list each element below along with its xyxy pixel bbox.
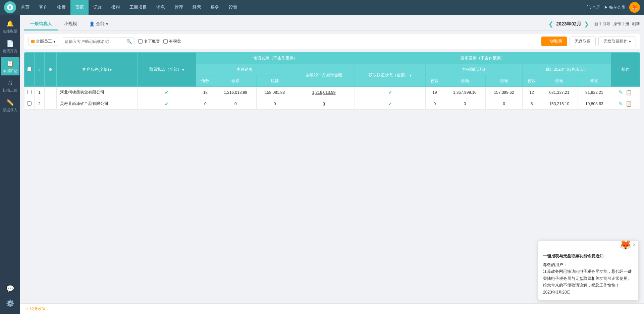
row-shares-0: 18: [196, 87, 215, 98]
sidebar-label-ticket-entry: 票据录入: [3, 108, 17, 113]
search-input[interactable]: [65, 39, 125, 44]
th-action: 操作: [611, 53, 640, 87]
chat-icon[interactable]: 💬: [3, 282, 17, 295]
row-tax2-1: 0: [486, 98, 522, 110]
period-label: 2023年02月: [556, 21, 581, 27]
chevron-down-icon[interactable]: ▾: [106, 21, 108, 26]
sub-account-checkbox[interactable]: [138, 39, 143, 44]
nav-message[interactable]: 消息: [152, 0, 170, 15]
invoice-open-icon: 📄: [6, 40, 14, 47]
avatar[interactable]: 🦊: [629, 2, 640, 13]
nav-tickets[interactable]: 票据: [70, 0, 89, 15]
sidebar-label-smart-ticket: 智能取票: [3, 29, 17, 34]
select-all-checkbox[interactable]: [27, 67, 32, 71]
employee-select[interactable]: 全部员工 ▾: [28, 37, 58, 46]
row-shares2-0: 19: [425, 87, 444, 98]
table-body: 1 河北柯橡柴实业有限公司 ✔ 18 1,216,013.99 158,081.…: [24, 87, 640, 110]
th-monthly-sales: 本月销项: [196, 64, 293, 75]
filter-icon-cert[interactable]: ▾: [410, 73, 412, 78]
th-checkbox: [24, 53, 35, 87]
edit-icon-0[interactable]: ✎: [619, 89, 623, 95]
employee-chevron-icon: ▾: [53, 39, 55, 44]
orange-dot-icon: [31, 40, 35, 43]
tax-policy-link[interactable]: ⊙ 税务政策: [25, 306, 46, 312]
table-row: 1 河北柯橡柴实业有限公司 ✔ 18 1,216,013.99 158,081.…: [24, 87, 640, 98]
new-guide-btn[interactable]: 新手引导: [594, 21, 610, 27]
dropdown-chevron-icon: ▾: [629, 39, 631, 44]
ticket-status-icon-1: ✔: [165, 101, 169, 107]
row-settings-1: [45, 98, 57, 110]
checkbox-tax-disk[interactable]: 有税盘: [163, 39, 181, 44]
one-click-ticket-btn[interactable]: 一键取票: [541, 37, 567, 46]
tab-general-taxpayer[interactable]: 一般纳税人: [24, 18, 58, 30]
sidebar-item-ticket-entry[interactable]: ✏️ 票据录入: [1, 96, 19, 115]
tax-disk-label: 有税盘: [169, 39, 181, 44]
th-settings: ⚙: [45, 53, 57, 87]
tab-actions: 新手引导 操作手册 刷新: [594, 21, 640, 27]
nav-manage[interactable]: 管理: [170, 0, 188, 15]
no-disk-ticket-btn[interactable]: 无盘取票: [570, 37, 596, 46]
top-nav-right: ⛶ 全屏 ▶ 畅享会员 🦊: [587, 2, 640, 13]
nav-business[interactable]: 工商项目: [125, 0, 152, 15]
no-disk-operate-btn[interactable]: 无盘取票操作 ▾: [598, 37, 636, 46]
filter-icon-customer[interactable]: ▾: [110, 67, 112, 72]
ticket-status-icon-0: ✔: [165, 90, 169, 95]
nav-fees[interactable]: 收费: [52, 0, 70, 15]
th-tax3: 税额: [578, 75, 611, 87]
edit-icon-1[interactable]: ✎: [619, 101, 623, 107]
all-in-one-icon: 👤: [89, 21, 95, 26]
search-icon[interactable]: 🔍: [126, 39, 132, 44]
cumulative-link-0[interactable]: 1,216,013.99: [312, 90, 335, 95]
refresh-btn[interactable]: 刷新: [632, 21, 640, 27]
row-checkbox-1[interactable]: [24, 98, 35, 110]
tabs-bar: 一般纳税人 小规模 👤 全能 ▾ ❮ 2023年02月 ❯ 新手引导 操作手册 …: [24, 18, 640, 30]
notif-body: 一键报税与无盘取票功能恢复通知 尊敬的用户： 江苏政务网已恢访问电子税务局功能，…: [538, 250, 638, 300]
tax-disk-checkbox[interactable]: [163, 39, 168, 44]
nav-customer[interactable]: 客户: [34, 0, 52, 15]
row-customer-1: 灵寿县尚泽矿产品有限公司: [56, 98, 137, 110]
th-sales-group: 销项发票（不含作废票）: [196, 53, 355, 64]
row-checkbox-0[interactable]: [24, 87, 35, 98]
nav-operation[interactable]: 经营: [188, 0, 206, 15]
nav-accounting[interactable]: 记账: [89, 0, 107, 15]
th-uncertified: 截止2023年03月未认证: [522, 64, 611, 75]
row-amount2-0: 1,357,999.10: [444, 87, 486, 98]
sidebar-item-smart-ticket[interactable]: 🔔 智能取票: [1, 17, 19, 36]
row-num-0: 1: [35, 87, 45, 98]
prev-period-btn[interactable]: ❮: [548, 20, 553, 28]
row-amount2-1: 0: [444, 98, 486, 110]
sidebar-label-invoice-open: 发票开具: [3, 49, 17, 54]
filter-icon-status[interactable]: ▾: [182, 67, 184, 72]
sidebar-item-ticket-summary[interactable]: 📋 票据汇总: [1, 57, 19, 75]
cumulative-link-1[interactable]: 0: [323, 102, 325, 106]
row-settings-0: [45, 87, 57, 98]
nav-tax[interactable]: 报税: [107, 0, 125, 15]
next-period-btn[interactable]: ❯: [584, 20, 589, 28]
th-cumulative: 连续12个月累计金额: [293, 64, 355, 87]
tab-small-scale[interactable]: 小规模: [58, 18, 83, 30]
th-purchase-group: 进项发票（不含作废票）: [355, 53, 611, 64]
nav-home[interactable]: 首页: [16, 0, 34, 15]
row-cert-status-1: ✔: [355, 98, 425, 110]
notif-mascot: 🦊: [619, 240, 632, 250]
nav-service[interactable]: 服务: [206, 0, 224, 15]
smart-ticket-icon: 🔔: [6, 20, 14, 27]
manual-btn[interactable]: 操作手册: [613, 21, 629, 27]
employee-label: 全部员工: [36, 39, 52, 44]
copy-icon-1[interactable]: 📋: [626, 101, 632, 107]
checkbox-sub-account[interactable]: 名下账套: [138, 39, 160, 44]
th-shares: 份数: [196, 75, 215, 87]
vip-btn[interactable]: ▶ 畅享会员: [604, 5, 625, 10]
notif-close-btn[interactable]: ×: [633, 242, 636, 247]
sidebar-item-scan-upload[interactable]: 🖨 扫描上传: [1, 77, 19, 95]
tab-all-in-one[interactable]: 👤 全能 ▾: [83, 18, 114, 30]
logo[interactable]: [4, 1, 16, 13]
fullscreen-btn[interactable]: ⛶ 全屏: [587, 5, 600, 10]
row-amount-1: 0: [215, 98, 256, 110]
settings-icon[interactable]: ⚙️: [3, 297, 17, 310]
sidebar-item-invoice-open[interactable]: 📄 发票开具: [1, 37, 19, 56]
row-shares-1: 0: [196, 98, 215, 110]
copy-icon-0[interactable]: 📋: [626, 89, 632, 95]
row-customer-0: 河北柯橡柴实业有限公司: [56, 87, 137, 98]
nav-settings[interactable]: 设置: [224, 0, 242, 15]
